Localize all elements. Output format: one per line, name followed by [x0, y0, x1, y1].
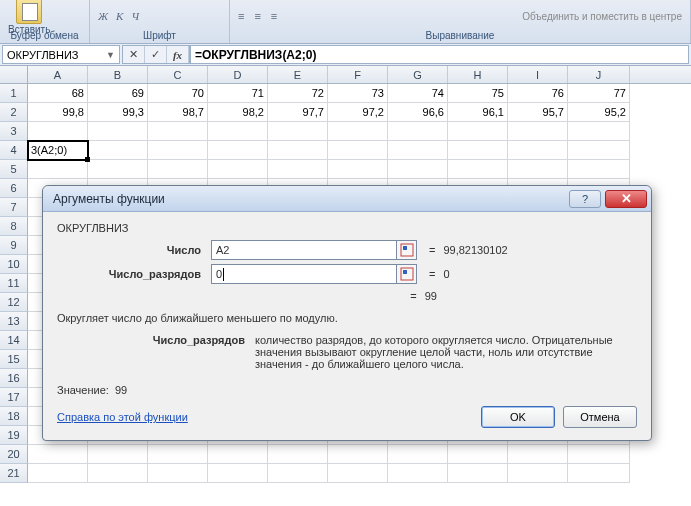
cell[interactable] — [508, 445, 568, 464]
cell[interactable] — [568, 122, 630, 141]
cell[interactable] — [88, 445, 148, 464]
cell[interactable]: 68 — [28, 84, 88, 103]
enter-formula-button[interactable]: ✓ — [145, 46, 167, 63]
close-button[interactable]: ✕ — [605, 190, 647, 208]
row-header[interactable]: 21 — [0, 464, 28, 483]
cell[interactable] — [88, 464, 148, 483]
row-header[interactable]: 14 — [0, 331, 28, 350]
row-header[interactable]: 13 — [0, 312, 28, 331]
cell[interactable] — [268, 160, 328, 179]
help-link[interactable]: Справка по этой функции — [57, 411, 473, 423]
cell[interactable] — [448, 445, 508, 464]
row-header[interactable]: 7 — [0, 198, 28, 217]
cell[interactable] — [568, 160, 630, 179]
cell[interactable] — [388, 464, 448, 483]
cell[interactable] — [388, 141, 448, 160]
cell[interactable] — [148, 141, 208, 160]
row-header[interactable]: 4 — [0, 141, 28, 160]
align-left-icon[interactable]: ≡ — [238, 10, 244, 22]
row-header[interactable]: 17 — [0, 388, 28, 407]
row-header[interactable]: 15 — [0, 350, 28, 369]
cancel-button[interactable]: Отмена — [563, 406, 637, 428]
cell[interactable] — [88, 141, 148, 160]
cell[interactable] — [88, 160, 148, 179]
cell[interactable] — [28, 464, 88, 483]
cell[interactable] — [508, 122, 568, 141]
cell[interactable]: 99,8 — [28, 103, 88, 122]
cell[interactable] — [328, 141, 388, 160]
cell[interactable] — [568, 464, 630, 483]
chevron-down-icon[interactable]: ▼ — [106, 50, 115, 60]
cell[interactable] — [508, 464, 568, 483]
cell[interactable] — [328, 445, 388, 464]
cell[interactable] — [208, 464, 268, 483]
range-selector-button[interactable] — [397, 264, 417, 284]
name-box[interactable]: ОКРУГЛВНИЗ ▼ — [2, 45, 120, 64]
ok-button[interactable]: OK — [481, 406, 555, 428]
column-header[interactable]: C — [148, 66, 208, 83]
arg1-input[interactable]: A2 — [211, 240, 397, 260]
cell[interactable] — [328, 464, 388, 483]
row-header[interactable]: 11 — [0, 274, 28, 293]
cell[interactable] — [448, 122, 508, 141]
row-header[interactable]: 1 — [0, 84, 28, 103]
cell[interactable] — [28, 445, 88, 464]
cell[interactable] — [388, 122, 448, 141]
cell[interactable] — [208, 445, 268, 464]
cell[interactable] — [328, 122, 388, 141]
cell[interactable] — [448, 160, 508, 179]
align-right-icon[interactable]: ≡ — [271, 10, 277, 22]
cell[interactable] — [508, 160, 568, 179]
row-header[interactable]: 3 — [0, 122, 28, 141]
cell[interactable] — [208, 160, 268, 179]
bold-icon[interactable]: Ж — [98, 10, 108, 22]
row-header[interactable]: 18 — [0, 407, 28, 426]
cell[interactable] — [388, 160, 448, 179]
cell[interactable]: 98,7 — [148, 103, 208, 122]
range-selector-button[interactable] — [397, 240, 417, 260]
cell[interactable]: 99,3 — [88, 103, 148, 122]
cell[interactable] — [568, 445, 630, 464]
cell[interactable] — [268, 141, 328, 160]
cell[interactable]: 77 — [568, 84, 630, 103]
cell[interactable]: 76 — [508, 84, 568, 103]
arg2-input[interactable]: 0 — [211, 264, 397, 284]
row-header[interactable]: 20 — [0, 445, 28, 464]
cancel-formula-button[interactable]: ✕ — [123, 46, 145, 63]
column-header[interactable]: F — [328, 66, 388, 83]
cell[interactable] — [208, 122, 268, 141]
column-header[interactable]: D — [208, 66, 268, 83]
column-header[interactable]: E — [268, 66, 328, 83]
dialog-titlebar[interactable]: Аргументы функции ? ✕ — [43, 186, 651, 212]
cell[interactable] — [28, 122, 88, 141]
cell[interactable]: 95,2 — [568, 103, 630, 122]
cell[interactable] — [28, 160, 88, 179]
help-button[interactable]: ? — [569, 190, 601, 208]
row-header[interactable]: 10 — [0, 255, 28, 274]
cell[interactable]: 70 — [148, 84, 208, 103]
align-center-icon[interactable]: ≡ — [254, 10, 260, 22]
cell[interactable]: 72 — [268, 84, 328, 103]
formula-input[interactable]: =ОКРУГЛВНИЗ(A2;0) — [190, 45, 689, 64]
row-header[interactable]: 19 — [0, 426, 28, 445]
italic-icon[interactable]: К — [116, 10, 123, 22]
cell[interactable]: 3(A2;0) — [28, 141, 88, 160]
row-header[interactable]: 9 — [0, 236, 28, 255]
column-header[interactable]: B — [88, 66, 148, 83]
row-header[interactable]: 16 — [0, 369, 28, 388]
cell[interactable]: 74 — [388, 84, 448, 103]
cell[interactable]: 71 — [208, 84, 268, 103]
cell[interactable] — [268, 122, 328, 141]
column-header[interactable]: J — [568, 66, 630, 83]
row-header[interactable]: 5 — [0, 160, 28, 179]
cell[interactable] — [88, 122, 148, 141]
cell[interactable]: 97,7 — [268, 103, 328, 122]
merge-cells-button[interactable]: Объединить и поместить в центре — [522, 11, 682, 22]
cell[interactable] — [568, 141, 630, 160]
column-header[interactable]: A — [28, 66, 88, 83]
cell[interactable]: 73 — [328, 84, 388, 103]
cell[interactable] — [148, 160, 208, 179]
row-header[interactable]: 8 — [0, 217, 28, 236]
cell[interactable] — [508, 141, 568, 160]
cell[interactable]: 69 — [88, 84, 148, 103]
